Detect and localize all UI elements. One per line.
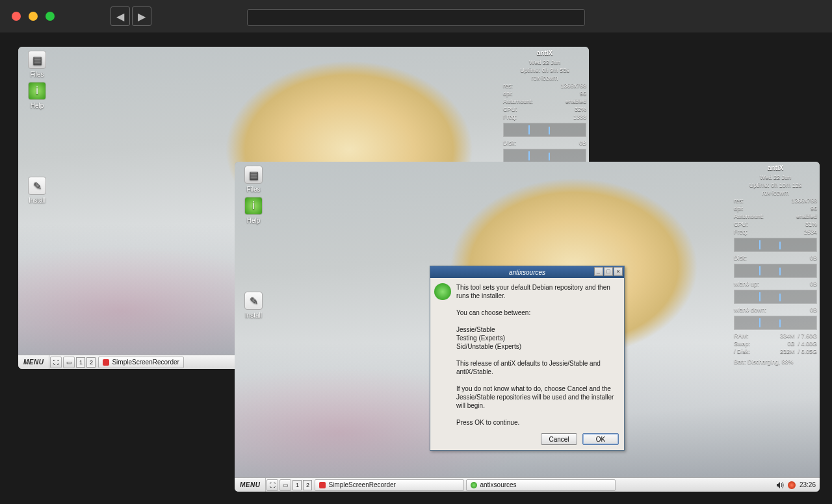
wlan-down-graph xyxy=(734,316,817,330)
stats-uptime: Uptime: 0h 9m 53s xyxy=(503,66,586,74)
dialog-body: This tool sets your default Debian repos… xyxy=(430,278,624,431)
clock: 23:26 xyxy=(800,481,816,488)
desktop-icon-help[interactable]: i Help xyxy=(22,82,52,109)
system-tray: 23:26 xyxy=(776,481,820,489)
menu-button[interactable]: MENU xyxy=(18,355,49,369)
task-simplescreenrecorder[interactable]: SimpleScreenRecorder xyxy=(315,479,464,491)
install-icon: ✎ xyxy=(28,177,46,195)
desktop-icon-files[interactable]: ▤ Files xyxy=(22,51,52,78)
show-desktop-button[interactable]: ⛶ xyxy=(266,479,278,491)
window-list-button[interactable]: ▭ xyxy=(63,357,75,368)
desktop-icon-files[interactable]: ▤ Files xyxy=(239,166,268,193)
folder-icon: ▤ xyxy=(28,51,46,69)
antixsources-dialog: antixsources _ □ × This tool sets your d… xyxy=(430,266,625,451)
task-simplescreenrecorder[interactable]: SimpleScreenRecorder xyxy=(98,357,183,368)
desktop-icon-help[interactable]: i Help xyxy=(239,197,268,224)
minimize-icon[interactable] xyxy=(29,12,38,21)
icon-label: Files xyxy=(239,186,268,193)
icon-label: Help xyxy=(22,102,52,109)
back-button[interactable]: ◀ xyxy=(110,6,130,26)
cancel-button[interactable]: Cancel xyxy=(541,433,577,445)
screenshot-2: ▤ Files i Help ✎ Install antiX Wed 22 Ju… xyxy=(235,162,820,492)
conky-stats: antiX Wed 22 Jun Uptime: 0h 10m 12s rox-… xyxy=(734,164,817,366)
dialog-titlebar[interactable]: antixsources _ □ × xyxy=(430,266,624,278)
icon-label: Install xyxy=(22,197,52,204)
workspace-1[interactable]: 1 xyxy=(76,357,85,368)
task-antixsources[interactable]: antixsources xyxy=(466,479,616,491)
dialog-icon xyxy=(434,283,451,300)
icon-label: Install xyxy=(239,312,268,319)
menu-button[interactable]: MENU xyxy=(235,478,266,492)
task-label: antixsources xyxy=(480,481,516,488)
conky-stats: antiX Wed 22 Jun Uptime: 0h 9m 53s rox-i… xyxy=(503,49,586,173)
stats-date: Wed 22 Jun xyxy=(503,58,586,66)
address-bar[interactable] xyxy=(247,9,585,26)
workspace-2[interactable]: 2 xyxy=(86,357,96,368)
desktop-icon-install[interactable]: ✎ Install xyxy=(22,177,52,204)
dialog-buttons: Cancel OK xyxy=(430,431,624,450)
minimize-icon[interactable]: _ xyxy=(594,267,603,276)
window-controls xyxy=(12,12,55,21)
app-icon xyxy=(103,359,109,366)
volume-icon[interactable] xyxy=(776,481,784,489)
wlan-up-graph xyxy=(734,290,817,304)
close-icon[interactable]: × xyxy=(614,267,623,276)
record-icon[interactable] xyxy=(788,481,796,489)
workspace-2[interactable]: 2 xyxy=(303,480,312,490)
show-desktop-button[interactable]: ⛶ xyxy=(50,357,62,368)
workspace-1[interactable]: 1 xyxy=(292,480,302,490)
dialog-title: antixsources xyxy=(509,269,545,276)
install-icon: ✎ xyxy=(244,292,263,310)
stats-wm: rox-icewm xyxy=(503,74,586,82)
stats-title: antiX xyxy=(503,49,586,57)
info-icon: i xyxy=(244,197,263,215)
icon-label: Files xyxy=(22,71,52,78)
disk-graph xyxy=(734,264,817,278)
stats-title: antiX xyxy=(734,164,817,172)
maximize-icon[interactable]: □ xyxy=(604,267,613,276)
browser-titlebar: ◀ ▶ xyxy=(0,0,832,32)
app-icon xyxy=(319,482,326,488)
icon-label: Help xyxy=(239,217,268,224)
close-icon[interactable] xyxy=(12,12,21,21)
maximize-icon[interactable] xyxy=(46,12,55,21)
folder-icon: ▤ xyxy=(244,166,263,184)
ok-button[interactable]: OK xyxy=(582,433,619,445)
desktop-icon-install[interactable]: ✎ Install xyxy=(239,292,268,319)
cpu-graph xyxy=(734,238,817,252)
cpu-graph xyxy=(503,123,586,137)
app-icon xyxy=(471,482,477,488)
task-label: SimpleScreenRecorder xyxy=(328,481,395,488)
forward-button[interactable]: ▶ xyxy=(132,6,151,26)
info-icon: i xyxy=(28,82,46,100)
window-list-button[interactable]: ▭ xyxy=(280,479,291,491)
disk-graph xyxy=(503,149,586,163)
nav-arrows: ◀ ▶ xyxy=(110,6,151,26)
taskbar: MENU ⛶ ▭ 1 2 SimpleScreenRecorder antixs… xyxy=(235,477,820,492)
task-label: SimpleScreenRecorder xyxy=(112,359,179,366)
